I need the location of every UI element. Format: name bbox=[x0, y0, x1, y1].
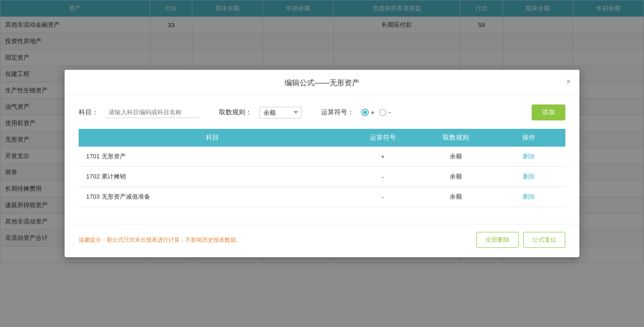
formula-table-row: 1702 累计摊销-余额删除 bbox=[79, 167, 565, 187]
footer-buttons: 全部删除 公式复位 bbox=[476, 232, 565, 248]
formula-subject: 1702 累计摊销 bbox=[79, 167, 346, 187]
modal-close-button[interactable]: × bbox=[566, 77, 571, 86]
formula-op: - bbox=[346, 187, 419, 207]
op-radio-group: + - bbox=[361, 109, 391, 116]
formula-table-row: 1701 无形资产+余额删除 bbox=[79, 147, 565, 167]
formula-subject: 1703 无形资产减值准备 bbox=[79, 187, 346, 207]
formula-form-row: 科目： 取数规则： 余额 借方发生额 贷方发生额 运算符号： + bbox=[79, 104, 565, 120]
formula-op: - bbox=[346, 167, 419, 187]
footer-tip: 温馨提示：新公式只对未出报表进行计算，不影响历史报表数据。 bbox=[79, 236, 242, 244]
delete-row-link[interactable]: 删除 bbox=[523, 193, 535, 200]
rule-label: 取数规则： bbox=[219, 108, 252, 117]
formula-subject: 1701 无形资产 bbox=[79, 147, 346, 167]
modal-overlay: 编辑公式——无形资产 × 科目： 取数规则： 余额 借方发生额 贷方发生额 bbox=[0, 0, 644, 327]
delete-all-button[interactable]: 全部删除 bbox=[476, 232, 519, 248]
op-minus-radio[interactable]: - bbox=[379, 109, 391, 116]
modal-title: 编辑公式——无形资产 bbox=[285, 79, 359, 87]
op-minus-label: - bbox=[388, 109, 391, 116]
delete-row-link[interactable]: 删除 bbox=[523, 153, 535, 160]
modal-body: 科目： 取数规则： 余额 借方发生额 贷方发生额 运算符号： + bbox=[65, 95, 579, 224]
edit-formula-modal: 编辑公式——无形资产 × 科目： 取数规则： 余额 借方发生额 贷方发生额 bbox=[65, 70, 579, 257]
table-header-rule: 取数规则 bbox=[419, 129, 492, 147]
subject-input[interactable] bbox=[106, 107, 199, 118]
formula-action[interactable]: 删除 bbox=[492, 187, 565, 207]
rule-select-group: 余额 借方发生额 贷方发生额 bbox=[259, 107, 301, 119]
formula-rule: 余额 bbox=[419, 187, 492, 207]
formula-table: 科目 运算符号 取数规则 操作 1701 无形资产+余额删除1702 累计摊销-… bbox=[79, 129, 565, 207]
subject-label: 科目： bbox=[79, 108, 98, 117]
modal-footer: 温馨提示：新公式只对未出报表进行计算，不影响历史报表数据。 全部删除 公式复位 bbox=[65, 224, 579, 257]
table-header-action: 操作 bbox=[492, 129, 565, 147]
op-label: 运算符号： bbox=[321, 108, 354, 117]
formula-action[interactable]: 删除 bbox=[492, 167, 565, 187]
delete-row-link[interactable]: 删除 bbox=[523, 173, 535, 180]
modal-header: 编辑公式——无形资产 × bbox=[65, 70, 579, 95]
op-plus-label: + bbox=[371, 109, 374, 116]
formula-op: + bbox=[346, 147, 419, 167]
table-header-subject: 科目 bbox=[79, 129, 346, 147]
reset-formula-button[interactable]: 公式复位 bbox=[523, 232, 565, 248]
formula-action[interactable]: 删除 bbox=[492, 147, 565, 167]
add-button[interactable]: 添加 bbox=[532, 104, 565, 120]
formula-table-row: 1703 无形资产减值准备-余额删除 bbox=[79, 187, 565, 207]
table-header-op: 运算符号 bbox=[346, 129, 419, 147]
op-plus-radio[interactable]: + bbox=[361, 109, 374, 116]
op-minus-circle bbox=[379, 109, 387, 116]
op-plus-circle bbox=[361, 109, 369, 116]
formula-rule: 余额 bbox=[419, 147, 492, 167]
rule-select[interactable]: 余额 借方发生额 贷方发生额 bbox=[259, 107, 301, 119]
formula-rule: 余额 bbox=[419, 167, 492, 187]
